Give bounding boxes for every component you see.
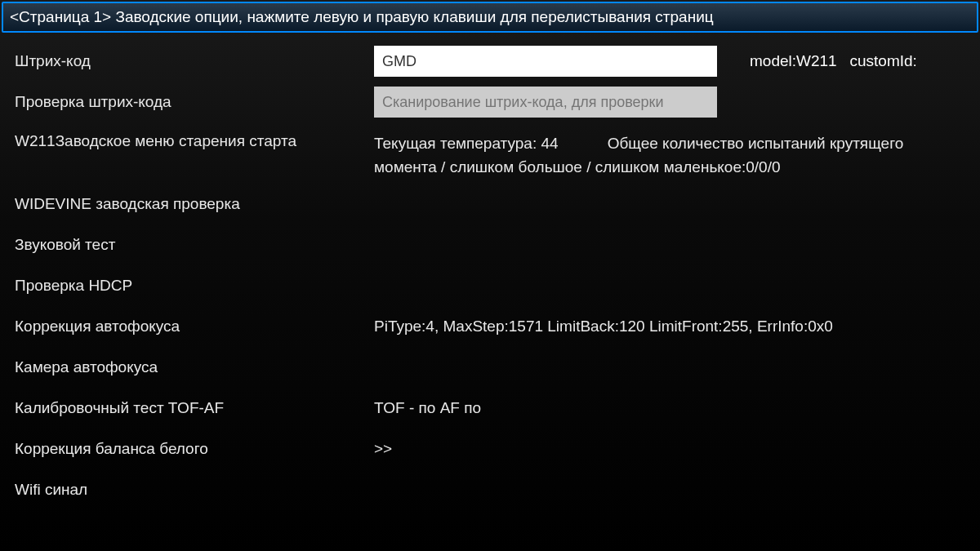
model-label: model:W211 — [750, 52, 837, 69]
barcode-check-label: Проверка штрих-кода — [15, 93, 374, 111]
barcode-check-value-area — [374, 87, 965, 118]
barcode-label: Штрих-код — [15, 52, 374, 70]
row-autofocus-camera[interactable]: Камера автофокуса — [15, 347, 965, 388]
widevine-label: WIDEVINE заводская проверка — [15, 195, 374, 213]
aging-menu-value: Текущая температура: 44Общее количество … — [374, 132, 965, 179]
row-barcode-check[interactable]: Проверка штрих-кода — [15, 82, 965, 122]
wifi-label: Wifi синал — [15, 481, 374, 499]
hdcp-label: Проверка HDCP — [15, 277, 374, 295]
white-balance-value: >> — [374, 440, 965, 458]
page-header: <Страница 1> Заводские опции, нажмите ле… — [2, 2, 978, 33]
tof-af-label: Калибровочный тест TOF-AF — [15, 399, 374, 417]
row-sound-test[interactable]: Звуковой тест — [15, 224, 965, 265]
autofocus-correction-label: Коррекция автофокуса — [15, 318, 374, 335]
row-white-balance[interactable]: Коррекция баланса белого >> — [15, 429, 965, 469]
aging-menu-label: W211Заводское меню старения старта — [15, 132, 374, 150]
autofocus-camera-label: Камера автофокуса — [15, 358, 374, 376]
row-widevine[interactable]: WIDEVINE заводская проверка — [15, 184, 965, 224]
row-wifi[interactable]: Wifi синал — [15, 469, 965, 510]
settings-list: Штрих-код model:W211 customId: Проверка … — [0, 34, 980, 517]
tof-af-value: TOF - по AF по — [374, 399, 965, 417]
custom-id-label: customId: — [850, 52, 917, 69]
barcode-input[interactable] — [374, 46, 717, 77]
white-balance-label: Коррекция баланса белого — [15, 440, 374, 458]
row-tof-af[interactable]: Калибровочный тест TOF-AF TOF - по AF по — [15, 388, 965, 429]
header-title: <Страница 1> Заводские опции, нажмите ле… — [10, 8, 714, 25]
sound-test-label: Звуковой тест — [15, 236, 374, 254]
row-barcode[interactable]: Штрих-код model:W211 customId: — [15, 41, 965, 82]
row-aging-menu[interactable]: W211Заводское меню старения старта Текущ… — [15, 122, 965, 184]
autofocus-correction-value: PiType:4, MaxStep:1571 LimitBack:120 Lim… — [374, 318, 965, 335]
model-info: model:W211 customId: — [750, 52, 917, 70]
barcode-value-area: model:W211 customId: — [374, 46, 965, 77]
barcode-check-input[interactable] — [374, 87, 717, 118]
row-hdcp[interactable]: Проверка HDCP — [15, 265, 965, 306]
row-autofocus-correction[interactable]: Коррекция автофокуса PiType:4, MaxStep:1… — [15, 306, 965, 347]
temperature-label: Текущая температура: 44 — [374, 135, 559, 152]
